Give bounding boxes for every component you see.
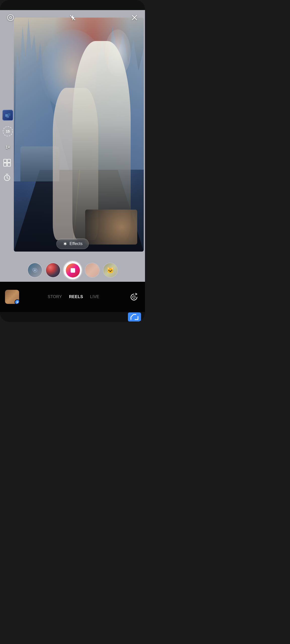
viewfinder: [14, 18, 144, 252]
zoom-button[interactable]: 1×: [2, 142, 14, 153]
svg-rect-10: [4, 163, 7, 166]
effect-thumbnail-5[interactable]: 🐱: [103, 263, 118, 278]
svg-rect-19: [71, 268, 75, 273]
layout-button[interactable]: [2, 158, 12, 168]
svg-point-0: [8, 15, 14, 21]
nav-tabs: STORY REELS LIVE: [48, 295, 100, 299]
effect-thumbnail-1[interactable]: [27, 263, 42, 278]
left-controls: 15 1×: [2, 109, 14, 182]
svg-rect-9: [7, 159, 11, 163]
close-button[interactable]: [129, 12, 140, 23]
motorcycle: [85, 210, 137, 245]
nav-gallery-button[interactable]: +: [5, 290, 19, 304]
camera-area: 15 1×: [0, 10, 145, 282]
effects-label: Effects: [70, 241, 83, 246]
effect-thumbnail-2[interactable]: [45, 263, 61, 278]
add-to-gallery-icon: +: [15, 299, 19, 304]
tab-reels[interactable]: REELS: [69, 295, 83, 299]
countdown-timer-button[interactable]: [2, 172, 12, 182]
svg-rect-6: [8, 113, 10, 116]
cat-icon: 🐱: [107, 267, 114, 274]
corner-guideline-icon: [128, 312, 141, 321]
svg-rect-7: [7, 116, 9, 118]
svg-line-14: [7, 178, 8, 179]
timer-value: 15: [6, 129, 10, 133]
settings-button[interactable]: [5, 12, 16, 23]
effect-thumbnail-4[interactable]: [85, 263, 100, 278]
svg-point-20: [133, 296, 135, 298]
record-button[interactable]: [64, 261, 82, 279]
top-controls: [0, 12, 145, 23]
app-container: 15 1×: [0, 0, 145, 322]
tab-live[interactable]: LIVE: [90, 295, 100, 299]
timer-15-button[interactable]: 15: [2, 126, 14, 137]
svg-point-1: [10, 17, 12, 19]
bottom-nav: + STORY REELS LIVE: [0, 282, 145, 312]
tab-story[interactable]: STORY: [48, 295, 62, 299]
bottom-bar: [0, 312, 145, 322]
gallery-thumbnail-button[interactable]: [2, 109, 14, 121]
zoom-label: 1×: [6, 145, 10, 150]
thumbnails-row: 🐱: [0, 261, 145, 279]
svg-rect-8: [4, 159, 7, 163]
flip-camera-button[interactable]: [128, 291, 140, 303]
top-status-bar: [0, 0, 145, 10]
effects-button[interactable]: Effects: [56, 238, 89, 249]
svg-rect-11: [7, 163, 11, 166]
svg-point-17: [34, 269, 36, 271]
flash-button[interactable]: [67, 12, 78, 23]
